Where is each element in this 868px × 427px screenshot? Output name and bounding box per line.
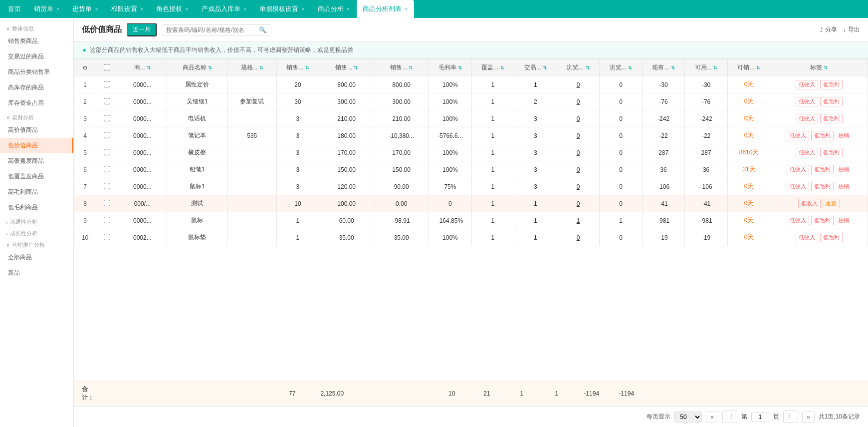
collapse-circulation-icon: ›	[6, 219, 8, 225]
sidebar-item-traded[interactable]: 交易过的商品	[0, 49, 73, 64]
browse-link[interactable]: 0	[577, 81, 580, 88]
browse-link[interactable]: 0	[577, 183, 580, 190]
close-templates[interactable]: ×	[301, 6, 304, 12]
sidebar-section-overall[interactable]: ∨ 整体信息	[0, 22, 73, 33]
browse-link[interactable]: 0	[577, 234, 580, 241]
sidebar-item-inventory-capital[interactable]: 库存资金占用	[0, 95, 73, 111]
row-checkbox[interactable]	[104, 81, 110, 87]
nav-templates[interactable]: 单据模板设置 ×	[253, 0, 310, 18]
row-gross: 75%	[429, 178, 472, 195]
last-page-button[interactable]: »	[802, 412, 815, 423]
search-icon[interactable]: 🔍	[259, 26, 266, 33]
nav-sales[interactable]: 销货单 ×	[28, 0, 65, 18]
sidebar-item-high-inventory[interactable]: 高库存的商品	[0, 80, 73, 95]
page-label2: 页	[773, 413, 779, 421]
nav-analysis-list[interactable]: 商品分析列表 ×	[357, 0, 414, 18]
browse-link[interactable]: 0	[577, 98, 580, 105]
sidebar-item-all-products[interactable]: 全部商品	[0, 250, 73, 265]
sidebar-section-finance[interactable]: ∨ 卖财分析	[0, 111, 73, 122]
col-stock1[interactable]: 现有... ⇅	[642, 59, 685, 76]
sidebar-section-marketing[interactable]: ∨ 营销推广分析	[0, 238, 73, 250]
nav-analysis[interactable]: 商品分析 ×	[312, 0, 356, 18]
col-code[interactable]: 商... ⇅	[118, 59, 167, 76]
row-checkbox[interactable]	[104, 217, 110, 223]
close-products[interactable]: ×	[243, 6, 246, 12]
search-input[interactable]	[166, 26, 256, 33]
row-code: 0000...	[118, 110, 167, 127]
row-spec	[227, 229, 276, 246]
settings-icon[interactable]: ⚙	[82, 64, 88, 71]
close-permissions[interactable]: ×	[140, 6, 143, 12]
row-checkbox[interactable]	[104, 98, 110, 104]
browse-link[interactable]: 0	[577, 200, 580, 207]
row-checkbox[interactable]	[104, 234, 110, 240]
nav-roles[interactable]: 角色授权 ×	[150, 0, 194, 18]
page-input[interactable]	[751, 412, 769, 422]
prev-page-button[interactable]: 〈	[722, 411, 737, 423]
summary-stock2: -1194	[609, 390, 644, 397]
sidebar-section-growth[interactable]: › 成长性分析	[0, 227, 73, 238]
row-stock1: 36	[642, 161, 685, 178]
sidebar-item-low-margin[interactable]: 低毛利商品	[0, 200, 73, 215]
sidebar-item-high-coverage[interactable]: 高覆盖度商品	[0, 153, 73, 169]
nav-products[interactable]: 产成品入库单 ×	[196, 0, 252, 18]
sidebar-section-circulation[interactable]: › 流通性分析	[0, 215, 73, 227]
nav-permissions[interactable]: 权限设置 ×	[105, 0, 149, 18]
col-browse2[interactable]: 浏览... ⇅	[600, 59, 643, 76]
row-spec: 535	[227, 127, 276, 144]
row-checkbox[interactable]	[104, 132, 110, 138]
row-checkbox[interactable]	[104, 149, 110, 155]
browse-link[interactable]: 0	[577, 149, 580, 156]
browse-link[interactable]: 0	[577, 166, 580, 173]
col-sale2[interactable]: 销售... ⇅	[319, 59, 374, 76]
tag-label: 低收入	[787, 131, 809, 140]
close-purchase[interactable]: ×	[95, 6, 98, 12]
col-name[interactable]: 商品名称 ⇅	[167, 59, 227, 76]
row-qty: 10	[276, 195, 319, 212]
col-sale1[interactable]: 销售... ⇅	[276, 59, 319, 76]
sidebar-item-new-products[interactable]: 新品	[0, 265, 73, 281]
col-spec[interactable]: 规格... ⇅	[227, 59, 276, 76]
row-checkbox[interactable]	[104, 115, 110, 121]
row-code: 0002...	[118, 229, 167, 246]
share-button[interactable]: ⤴ 分享	[820, 25, 837, 34]
browse-link[interactable]: 1	[577, 217, 580, 224]
close-sales[interactable]: ×	[56, 6, 59, 12]
col-tags[interactable]: 标签 ⇅	[770, 59, 868, 76]
col-gross[interactable]: 毛利率 ⇅	[429, 59, 472, 76]
col-stock2[interactable]: 可用... ⇅	[685, 59, 728, 76]
col-sale3[interactable]: 销售... ⇅	[374, 59, 429, 76]
row-checkbox[interactable]	[104, 200, 110, 206]
row-tags: 低收入低毛利	[770, 229, 868, 246]
sidebar-item-high-margin[interactable]: 高毛利商品	[0, 184, 73, 200]
row-checkbox[interactable]	[104, 166, 110, 172]
sidebar-item-low-value[interactable]: 低价值商品	[0, 138, 73, 153]
sidebar-item-high-value[interactable]: 高价值商品	[0, 122, 73, 138]
next-page-button[interactable]: 〉	[783, 411, 798, 423]
page-title: 低价值商品	[82, 24, 122, 35]
col-coverage[interactable]: 覆盖... ⇅	[471, 59, 514, 76]
col-stock3[interactable]: 可销... ⇅	[727, 59, 770, 76]
row-browse1: 0	[557, 93, 600, 110]
row-gross: 100%	[429, 110, 472, 127]
close-analysis[interactable]: ×	[347, 6, 350, 12]
browse-link[interactable]: 0	[577, 115, 580, 122]
row-checkbox[interactable]	[104, 183, 110, 189]
close-analysis-list[interactable]: ×	[405, 6, 408, 12]
nav-purchase[interactable]: 进货单 ×	[66, 0, 104, 18]
first-page-button[interactable]: «	[706, 412, 718, 423]
select-all-checkbox[interactable]	[104, 64, 110, 70]
col-trade[interactable]: 交易... ⇅	[514, 59, 557, 76]
export-button[interactable]: ↓ 导出	[843, 25, 860, 34]
sidebar-item-low-coverage[interactable]: 低覆盖度商品	[0, 169, 73, 184]
nav-home[interactable]: 首页	[2, 0, 27, 18]
row-code: 0000...	[118, 127, 167, 144]
date-filter-button[interactable]: 近一月	[127, 23, 157, 36]
sidebar-item-sales-category[interactable]: 销售类商品	[0, 33, 73, 49]
table-footer: 合计： 77 2,125.00 10 21 1 1 -1194 -1194	[74, 381, 868, 406]
sidebar-item-category-sales-rate[interactable]: 商品分类销售率	[0, 64, 73, 80]
browse-link[interactable]: 0	[577, 132, 580, 139]
page-size-select[interactable]: 50 100 200	[674, 412, 702, 423]
close-roles[interactable]: ×	[185, 6, 188, 12]
col-browse1[interactable]: 浏览... ⇅	[557, 59, 600, 76]
